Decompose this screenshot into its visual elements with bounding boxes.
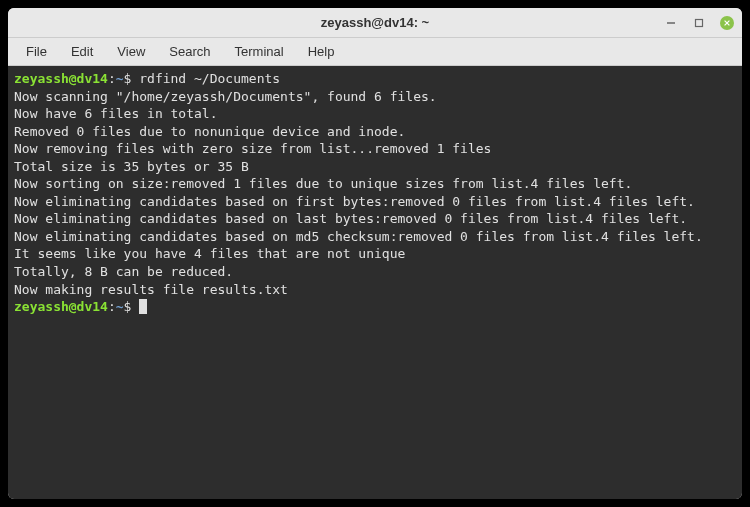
output-line: Now making results file results.txt [14, 281, 736, 299]
close-button[interactable] [720, 16, 734, 30]
command-text: rdfind ~/Documents [139, 71, 280, 86]
prompt-symbol: $ [124, 71, 132, 86]
svg-rect-1 [696, 19, 703, 26]
output-line: It seems like you have 4 files that are … [14, 245, 736, 263]
window-title: zeyassh@dv14: ~ [321, 15, 429, 30]
prompt-user: zeyassh@dv14 [14, 71, 108, 86]
menu-view[interactable]: View [107, 40, 155, 63]
prompt-sep: : [108, 299, 116, 314]
prompt-path: ~ [116, 299, 124, 314]
prompt-sep: : [108, 71, 116, 86]
output-line: Now scanning "/home/zeyassh/Documents", … [14, 88, 736, 106]
prompt-path: ~ [116, 71, 124, 86]
cursor-icon [139, 299, 147, 314]
menu-file[interactable]: File [16, 40, 57, 63]
output-line: Now have 6 files in total. [14, 105, 736, 123]
output-line: Removed 0 files due to nonunique device … [14, 123, 736, 141]
output-line: Now eliminating candidates based on md5 … [14, 228, 736, 246]
titlebar: zeyassh@dv14: ~ [8, 8, 742, 38]
minimize-button[interactable] [664, 16, 678, 30]
output-line: Totally, 8 B can be reduced. [14, 263, 736, 281]
menu-search[interactable]: Search [159, 40, 220, 63]
prompt-user: zeyassh@dv14 [14, 299, 108, 314]
menu-edit[interactable]: Edit [61, 40, 103, 63]
maximize-button[interactable] [692, 16, 706, 30]
prompt-line-idle: zeyassh@dv14:~$ [14, 298, 736, 316]
terminal-window: zeyassh@dv14: ~ File Edit View Search Te… [8, 8, 742, 499]
terminal-pane[interactable]: zeyassh@dv14:~$ rdfind ~/Documents Now s… [8, 66, 742, 499]
menu-terminal[interactable]: Terminal [225, 40, 294, 63]
output-line: Now sorting on size:removed 1 files due … [14, 175, 736, 193]
output-line: Now removing files with zero size from l… [14, 140, 736, 158]
output-line: Now eliminating candidates based on firs… [14, 193, 736, 211]
menubar: File Edit View Search Terminal Help [8, 38, 742, 66]
prompt-line: zeyassh@dv14:~$ rdfind ~/Documents [14, 70, 736, 88]
prompt-symbol: $ [124, 299, 132, 314]
output-line: Total size is 35 bytes or 35 B [14, 158, 736, 176]
menu-help[interactable]: Help [298, 40, 345, 63]
output-line: Now eliminating candidates based on last… [14, 210, 736, 228]
window-controls [664, 16, 734, 30]
